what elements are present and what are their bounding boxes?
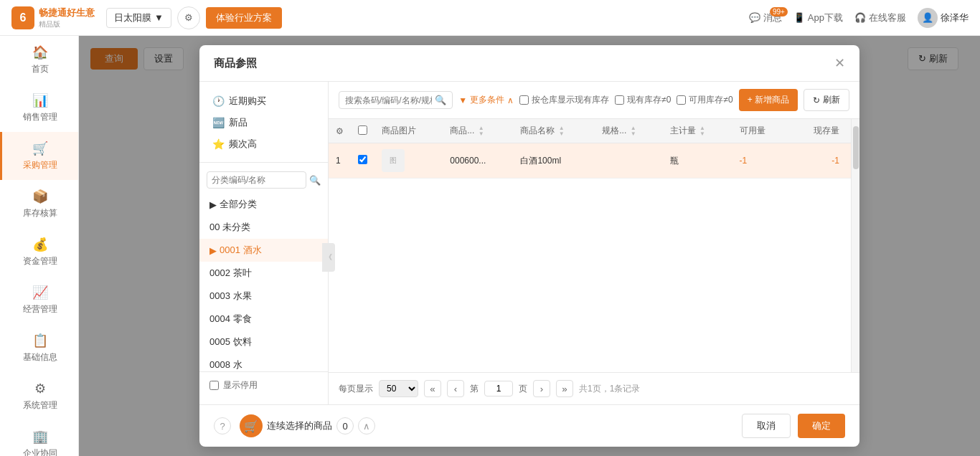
prev-page-button[interactable]: ‹ [447, 380, 464, 397]
trial-button[interactable]: 体验行业方案 [206, 7, 282, 29]
cart-count: 0 [336, 417, 354, 434]
user-area[interactable]: 👤 徐泽华 [918, 8, 969, 28]
sidebar-item-home[interactable]: 🏠 首页 [0, 36, 78, 84]
sidebar-item-business[interactable]: 📈 经营管理 [0, 276, 78, 324]
table-container: ⚙ 商品图片 [329, 119, 859, 372]
modal-header: 商品参照 ✕ [199, 45, 859, 82]
show-disabled-label: 显示停用 [223, 379, 258, 391]
confirm-button[interactable]: 确定 [798, 414, 845, 438]
quick-item-frequent[interactable]: ⭐ 频次高 [205, 133, 322, 155]
cell-unit: 瓶 [663, 143, 732, 179]
sidebar-item-sales[interactable]: 📊 销售管理 [0, 84, 78, 132]
page-number-input[interactable] [484, 381, 513, 396]
message-icon: 💬 [749, 12, 760, 23]
page-size-select[interactable]: 50 100 200 [379, 380, 418, 397]
page-size-label: 每页显示 [339, 383, 373, 395]
star-icon: ⭐ [212, 138, 225, 150]
last-page-button[interactable]: » [556, 380, 573, 397]
logo-icon: 6 [11, 6, 34, 29]
cancel-button[interactable]: 取消 [742, 414, 791, 438]
col-code[interactable]: 商品... ▲▼ [443, 119, 513, 143]
add-product-button[interactable]: + 新增商品 [739, 89, 798, 111]
sidebar-item-purchase[interactable]: 🛒 采购管理 [0, 132, 78, 180]
logo-area: 6 畅捷通好生意 精品版 [11, 6, 98, 29]
cart-icon[interactable]: 🛒 [240, 414, 263, 437]
cat-item-alcohol[interactable]: ▶ 0001 酒水 [199, 239, 328, 262]
settings-icon[interactable]: ⚙ [336, 126, 344, 136]
purchase-icon: 🛒 [32, 141, 48, 156]
cat-item-tea[interactable]: 0002 茶叶 [199, 262, 328, 285]
cat-item-fruit[interactable]: 0003 水果 [199, 285, 328, 308]
refresh-button[interactable]: ↻ 刷新 [804, 89, 849, 111]
table-header-row: ⚙ 商品图片 [329, 119, 851, 143]
cat-item-uncategorized[interactable]: 00 未分类 [199, 216, 328, 239]
cat-label-fruit: 0003 水果 [209, 290, 252, 303]
cell-num: 1 [329, 143, 351, 179]
sidebar-label-purchase: 采购管理 [23, 159, 57, 171]
checkbox-warehouse-input[interactable] [519, 95, 529, 105]
business-icon: 📈 [32, 285, 48, 300]
row-checkbox[interactable] [358, 155, 367, 164]
table-row[interactable]: 1 图 000600... 白酒100ml [329, 143, 851, 179]
col-checkbox [351, 119, 374, 143]
cat-label-uncategorized: 00 未分类 [209, 221, 250, 234]
footer-collapse-button[interactable]: ∧ [358, 417, 375, 434]
cart-label: 连续选择的商品 [267, 419, 332, 432]
quick-item-recent[interactable]: 🕐 近期购买 [205, 90, 322, 112]
panel-collapse-button[interactable]: 《 [322, 243, 335, 272]
checkbox-stock-nonzero[interactable]: 现有库存≠0 [615, 94, 671, 106]
col-spec[interactable]: 规格... ▲▼ [595, 119, 662, 143]
sidebar-item-system[interactable]: ⚙ 系统管理 [0, 372, 78, 420]
cat-item-snack[interactable]: 0004 零食 [199, 308, 328, 331]
modal-close-button[interactable]: ✕ [834, 55, 845, 71]
checkbox-available-label: 可用库存≠0 [689, 94, 732, 106]
product-search-input[interactable] [345, 95, 432, 105]
show-disabled-checkbox[interactable] [209, 381, 219, 390]
notification-item[interactable]: 💬 消息 99+ [749, 11, 782, 24]
avatar: 👤 [918, 8, 938, 28]
left-panel: 🕐 近期购买 🆕 新品 ⭐ 频次高 《 [199, 82, 329, 404]
cat-item-water[interactable]: 0008 水 [199, 353, 328, 371]
checkbox-stock-input[interactable] [615, 95, 624, 105]
help-button[interactable]: ? [214, 417, 231, 434]
category-search-area: 🔍 [199, 167, 328, 193]
sidebar-item-finance[interactable]: 💰 资金管理 [0, 228, 78, 276]
table-scrollbar[interactable] [851, 119, 859, 372]
col-image: 商品图片 [374, 119, 443, 143]
search-icon[interactable]: 🔍 [435, 95, 446, 105]
sort-icon-spec: ▲▼ [631, 125, 636, 137]
sidebar-item-enterprise[interactable]: 🏢 企业协同 [0, 420, 78, 456]
checkbox-warehouse[interactable]: 按仓库显示现有库存 [519, 94, 609, 106]
filter-more-btn[interactable]: ▼ 更多条件 ∧ [458, 94, 514, 106]
online-service-item[interactable]: 🎧 在线客服 [854, 11, 906, 24]
cat-search-icon[interactable]: 🔍 [309, 175, 321, 186]
notif-badge: 99+ [770, 7, 788, 16]
col-unit[interactable]: 主计量 ▲▼ [663, 119, 732, 143]
checkbox-available-nonzero[interactable]: 可用库存≠0 [677, 94, 732, 106]
app-download-item[interactable]: 📱 App下载 [793, 11, 843, 24]
cat-label-snack: 0004 零食 [209, 313, 252, 326]
page-label: 第 [470, 383, 479, 395]
first-page-button[interactable]: « [424, 380, 441, 397]
cat-label-alcohol: 0001 酒水 [220, 244, 262, 257]
sidebar-item-basic[interactable]: 📋 基础信息 [0, 324, 78, 372]
category-search-input[interactable] [207, 171, 306, 189]
sidebar-label-system: 系统管理 [23, 399, 57, 412]
next-page-button[interactable]: › [533, 380, 550, 397]
sidebar-item-inventory[interactable]: 📦 库存核算 [0, 180, 78, 228]
select-all-checkbox[interactable] [358, 125, 367, 135]
scroll-thumb [853, 126, 859, 169]
cat-item-all[interactable]: ▶ 全部分类 [199, 193, 328, 216]
store-selector[interactable]: 日太阳膜 ▼ [106, 8, 171, 28]
pagination: 每页显示 50 100 200 « ‹ 第 页 › » 共1页，1条记 [329, 372, 859, 404]
quick-item-new[interactable]: 🆕 新品 [205, 112, 322, 133]
headset-icon: 🎧 [854, 12, 866, 23]
checkbox-stock-label: 现有库存≠0 [627, 94, 671, 106]
checkbox-available-input[interactable] [677, 95, 686, 105]
cat-item-drink[interactable]: 0005 饮料 [199, 331, 328, 353]
gear-button[interactable]: ⚙ [177, 6, 200, 29]
col-name[interactable]: 商品名称 ▲▼ [513, 119, 595, 143]
header-nav: 日太阳膜 ▼ ⚙ 体验行业方案 [106, 6, 740, 29]
cell-available: -1 [732, 143, 788, 179]
sidebar-label-enterprise: 企业协同 [23, 447, 57, 456]
